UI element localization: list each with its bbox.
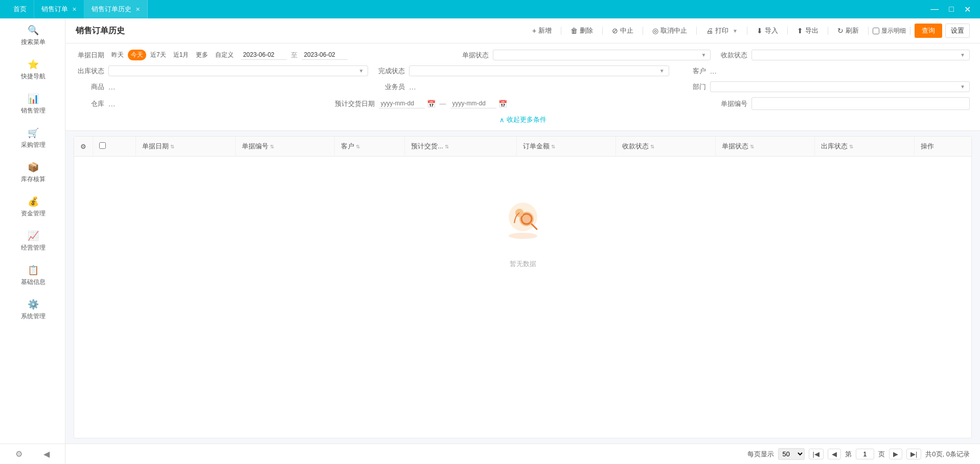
- date-to-input[interactable]: [302, 50, 348, 60]
- sidebar-item-system[interactable]: ⚙️ 系统管理: [0, 293, 65, 327]
- date-tab-today[interactable]: 今天: [128, 50, 146, 60]
- expect-date-range: 📅 — 📅: [379, 99, 507, 108]
- select-all-checkbox[interactable]: [99, 142, 106, 149]
- sidebar-item-search[interactable]: 🔍 搜索菜单: [0, 18, 65, 53]
- expect-date-to-input[interactable]: [450, 99, 496, 108]
- tab-sales-order-history-close[interactable]: ✕: [135, 6, 140, 13]
- settings-button[interactable]: 设置: [945, 24, 970, 38]
- expect-date-to-calendar-icon[interactable]: 📅: [498, 100, 507, 108]
- import-button[interactable]: ⬇ 导入: [751, 24, 783, 37]
- date-tab-yesterday[interactable]: 昨天: [108, 50, 127, 60]
- export-icon: ⬆: [797, 27, 803, 35]
- divider: [747, 27, 747, 35]
- bill-no-input[interactable]: [751, 97, 970, 110]
- export-button[interactable]: ⬆ 导出: [792, 24, 824, 37]
- sidebar-item-quicknav[interactable]: ⭐ 快捷导航: [0, 53, 65, 87]
- date-tab-more[interactable]: 更多: [193, 50, 211, 60]
- th-customer[interactable]: 客户 ⇅: [335, 137, 405, 157]
- sidebar-item-label: 基础信息: [21, 278, 45, 286]
- out-status-select[interactable]: ▼: [108, 65, 368, 76]
- sidebar-item-label: 资金管理: [21, 209, 45, 218]
- tab-sales-order[interactable]: 销售订单 ✕: [34, 0, 84, 18]
- bill-status-label: 单据状态: [460, 51, 489, 60]
- window-max-button[interactable]: □: [946, 4, 957, 15]
- query-button[interactable]: 查询: [915, 24, 942, 38]
- sidebar: 🔍 搜索菜单 ⭐ 快捷导航 📊 销售管理 🛒 采购管理 📦 库存核算 💰 资金管…: [0, 18, 65, 464]
- date-from-input[interactable]: [241, 50, 287, 60]
- th-bill-no[interactable]: 单据编号 ⇅: [235, 137, 335, 157]
- table-settings-col[interactable]: ⚙: [74, 137, 93, 157]
- first-page-button[interactable]: |◀: [809, 449, 824, 459]
- sidebar-item-basic-info[interactable]: 📋 基础信息: [0, 258, 65, 293]
- sidebar-item-finance[interactable]: 💰 资金管理: [0, 190, 65, 224]
- th-out-status[interactable]: 出库状态 ⇅: [815, 137, 915, 157]
- sidebar-item-label: 快捷导航: [21, 72, 45, 81]
- date-tab-7days[interactable]: 近7天: [147, 50, 169, 60]
- sidebar-item-label: 搜索菜单: [21, 38, 45, 47]
- complete-status-label: 完成状态: [376, 67, 405, 76]
- th-order-amount[interactable]: 订单金额 ⇅: [516, 137, 616, 157]
- search-menu-icon: 🔍: [28, 25, 39, 36]
- cancel-stop-button[interactable]: ◎ 取消中止: [647, 24, 692, 37]
- warehouse-dots[interactable]: ...: [108, 99, 115, 108]
- filter-bill-no: 单据编号: [719, 97, 970, 110]
- empty-text: 暂无数据: [510, 259, 536, 269]
- delete-button[interactable]: 🗑 删除: [565, 24, 598, 37]
- next-page-button[interactable]: ▶: [889, 449, 902, 459]
- warehouse-label: 仓库: [76, 99, 104, 108]
- dept-select[interactable]: ▼: [710, 81, 970, 92]
- tab-home[interactable]: 首页: [6, 0, 34, 18]
- filter-receipt-status: 收款状态 ▼: [719, 50, 970, 60]
- page-number-input[interactable]: [856, 449, 874, 459]
- sidebar-item-inventory[interactable]: 📦 库存核算: [0, 156, 65, 190]
- window-close-button[interactable]: ✕: [961, 4, 974, 15]
- sidebar-item-sales[interactable]: 📊 销售管理: [0, 87, 65, 121]
- sort-customer-icon: ⇅: [356, 144, 360, 149]
- th-bill-status[interactable]: 单据状态 ⇅: [715, 137, 815, 157]
- tab-sales-order-close[interactable]: ✕: [72, 6, 77, 13]
- pagination: 每页显示 50 10 20 100 |◀ ◀ 第 页 ▶ ▶| 共0页, 0条记…: [65, 444, 980, 464]
- th-date[interactable]: 单据日期 ⇅: [136, 137, 236, 157]
- th-expect-delivery[interactable]: 预计交货... ⇅: [405, 137, 517, 157]
- bill-no-label: 单据编号: [719, 99, 747, 108]
- sidebar-settings-button[interactable]: ⚙: [15, 449, 22, 459]
- bill-status-select[interactable]: ▼: [493, 50, 711, 60]
- sidebar-item-operations[interactable]: 📈 经营管理: [0, 224, 65, 258]
- collapse-link[interactable]: ∧ 收起更多条件: [76, 115, 970, 124]
- complete-status-select[interactable]: ▼: [409, 65, 669, 76]
- sort-delivery-icon: ⇅: [445, 144, 449, 149]
- sort-out-status-icon: ⇅: [849, 144, 853, 149]
- filter-goods: 商品 ...: [76, 82, 368, 92]
- print-dropdown-arrow: ▼: [733, 28, 738, 34]
- date-tab-custom[interactable]: 自定义: [212, 50, 237, 60]
- stop-button[interactable]: ⊘ 中止: [607, 24, 639, 37]
- sidebar-collapse-button[interactable]: ◀: [43, 449, 50, 459]
- refresh-button[interactable]: ↻ 刷新: [832, 24, 864, 37]
- window-min-button[interactable]: —: [927, 4, 942, 15]
- expect-date-from-calendar-icon[interactable]: 📅: [427, 100, 436, 108]
- expect-date-from-input[interactable]: [379, 99, 425, 108]
- add-button[interactable]: + 新增: [527, 24, 557, 37]
- tab-sales-order-history[interactable]: 销售订单历史 ✕: [84, 0, 148, 18]
- svg-point-0: [509, 233, 537, 239]
- sales-icon: 📊: [28, 93, 39, 104]
- print-button[interactable]: 🖨 打印 ▼: [701, 24, 743, 37]
- goods-dots[interactable]: ...: [108, 82, 115, 92]
- receipt-status-select[interactable]: ▼: [751, 50, 970, 60]
- last-page-button[interactable]: ▶|: [906, 449, 921, 459]
- operations-icon: 📈: [28, 230, 39, 241]
- customer-dots[interactable]: ...: [710, 67, 717, 76]
- empty-row: 暂无数据: [74, 157, 971, 310]
- page-size-label: 每页显示: [747, 450, 774, 459]
- filter-complete-status: 完成状态 ▼: [376, 65, 669, 76]
- display-columns-checkbox-label[interactable]: 显示明细: [873, 27, 906, 35]
- date-tab-1month[interactable]: 近1月: [170, 50, 192, 60]
- th-receipt-status[interactable]: 收款状态 ⇅: [616, 137, 716, 157]
- display-columns-checkbox[interactable]: [873, 28, 879, 34]
- page-size-select[interactable]: 50 10 20 100: [778, 448, 805, 460]
- prev-page-button[interactable]: ◀: [828, 449, 841, 459]
- sidebar-item-purchase[interactable]: 🛒 采购管理: [0, 121, 65, 156]
- salesman-dots[interactable]: ...: [409, 82, 416, 92]
- divider: [561, 27, 561, 35]
- dept-arrow: ▼: [960, 84, 965, 90]
